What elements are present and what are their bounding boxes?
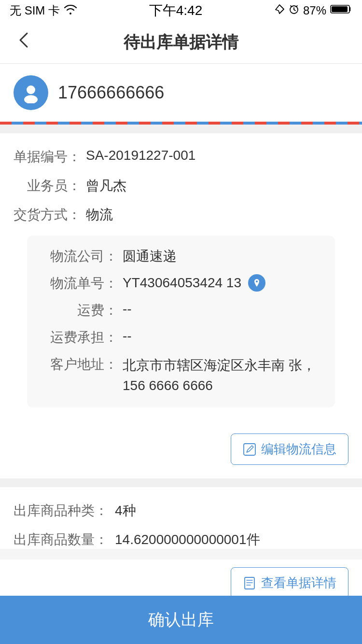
status-right: 87%: [274, 4, 352, 17]
edit-logistics-label: 编辑物流信息: [261, 441, 336, 458]
view-detail-button[interactable]: 查看单据详情: [231, 567, 348, 599]
freight-bearer-value: --: [123, 328, 321, 344]
battery-text: 87%: [303, 4, 326, 17]
salesperson-value: 曾凡杰: [86, 177, 348, 195]
status-bar: 无 SIM 卡 下午4:42: [0, 0, 362, 21]
freight-bearer-label: 运费承担：: [41, 328, 118, 347]
view-detail-label: 查看单据详情: [261, 574, 336, 591]
tracking-number-label: 物流单号：: [41, 274, 118, 293]
edit-logistics-button[interactable]: 编辑物流信息: [231, 434, 348, 465]
product-quantity-row: 出库商品数量： 14.620000000000001件: [14, 531, 348, 549]
alarm-icon: [289, 4, 299, 17]
delivery-method-label: 交货方式：: [14, 206, 81, 224]
product-types-row: 出库商品种类： 4种: [14, 502, 348, 520]
back-button[interactable]: [14, 27, 34, 58]
freight-row: 运费： --: [41, 301, 321, 320]
product-types-value: 4种: [115, 502, 136, 520]
product-quantity-value: 14.620000000000001件: [115, 531, 260, 549]
order-number-value: SA-20191227-001: [86, 148, 348, 163]
delivery-method-value: 物流: [86, 206, 348, 224]
wifi-icon: [64, 4, 77, 17]
address-label: 客户地址：: [41, 355, 118, 374]
logistics-company-value: 圆通速递: [123, 247, 321, 266]
product-types-label: 出库商品种类：: [14, 502, 110, 520]
product-quantity-label: 出库商品数量：: [14, 531, 110, 549]
page-title: 待出库单据详情: [124, 31, 238, 54]
edit-button-row: 编辑物流信息: [0, 422, 362, 478]
address-row: 客户地址： 北京市市辖区海淀区永丰南 张，156 6666 6666: [41, 355, 321, 396]
section-gap-1: [0, 125, 362, 133]
salesperson-row: 业务员： 曾凡杰: [14, 177, 348, 195]
svg-point-5: [256, 280, 258, 282]
freight-label: 运费：: [41, 301, 118, 320]
logistics-company-row: 物流公司： 圆通速递: [41, 247, 321, 266]
logistics-card: 物流公司： 圆通速递 物流单号： YT43064053424 13 运费：: [27, 236, 335, 407]
svg-point-3: [27, 85, 35, 94]
order-info-section: 单据编号： SA-20191227-001 业务员： 曾凡杰 交货方式： 物流 …: [0, 133, 362, 422]
svg-rect-6: [244, 444, 255, 455]
section-gap-2: [0, 478, 362, 487]
product-section: 出库商品种类： 4种 出库商品数量： 14.620000000000001件: [0, 487, 362, 549]
carrier-text: 无 SIM 卡: [10, 3, 60, 18]
map-pin-icon[interactable]: [248, 274, 265, 292]
tracking-number-row: 物流单号： YT43064053424 13: [41, 274, 321, 293]
freight-bearer-row: 运费承担： --: [41, 328, 321, 347]
battery-icon: [330, 4, 352, 17]
status-left: 无 SIM 卡: [10, 3, 77, 18]
svg-rect-2: [332, 6, 348, 12]
customer-phone: 17666666666: [58, 83, 164, 103]
order-number-label: 单据编号：: [14, 148, 81, 166]
logistics-company-label: 物流公司：: [41, 247, 118, 266]
avatar: [14, 75, 48, 110]
delivery-method-row: 交货方式： 物流: [14, 206, 348, 224]
order-number-row: 单据编号： SA-20191227-001: [14, 148, 348, 166]
svg-point-4: [24, 95, 38, 103]
confirm-bar[interactable]: 确认出库: [0, 596, 362, 644]
location-arrow-icon: [274, 4, 285, 17]
salesperson-label: 业务员：: [14, 177, 81, 195]
customer-header: 17666666666: [0, 64, 362, 122]
address-value: 北京市市辖区海淀区永丰南 张，156 6666 6666: [123, 355, 321, 396]
svg-rect-7: [245, 577, 254, 589]
nav-bar: 待出库单据详情: [0, 21, 362, 64]
confirm-button-label: 确认出库: [148, 609, 214, 631]
time-text: 下午4:42: [149, 1, 203, 20]
freight-value: --: [123, 301, 321, 317]
tracking-number-value: YT43064053424 13: [123, 274, 321, 292]
